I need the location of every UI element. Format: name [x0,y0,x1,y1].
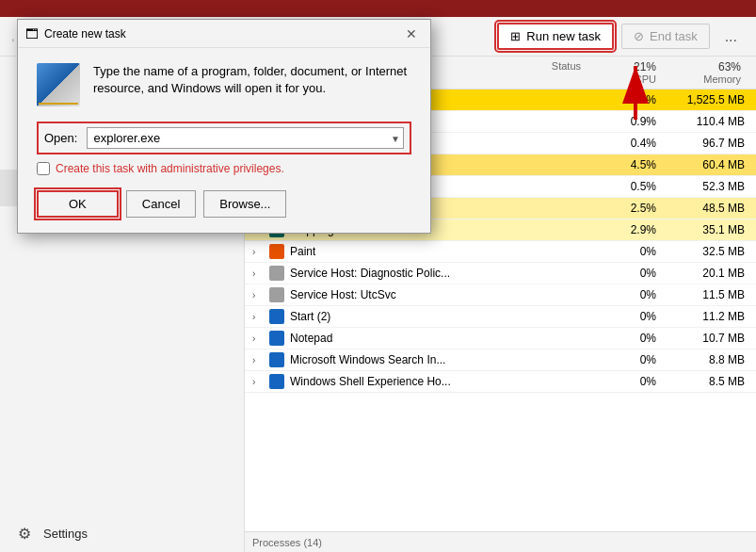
process-name: Start (2) [290,310,330,323]
dialog-image [37,63,80,106]
cell-memory: 11.5 MB [664,288,748,301]
expand-arrow-icon: › [252,268,264,279]
process-name: Service Host: Diagnostic Polic... [290,267,450,280]
admin-checkbox[interactable] [37,162,50,175]
table-row[interactable]: ›Start (2)0%11.2 MB [245,306,756,328]
expand-arrow-icon: › [252,355,264,365]
dialog-overlay: 🗔 Create new task ✕ Type the name of a p… [0,0,433,254]
table-row[interactable]: ›Notepad0%10.7 MB [245,328,756,349]
cell-memory: 32.5 MB [664,245,748,258]
cell-cpu: 0% [588,245,664,258]
process-icon [269,331,284,346]
cell-cpu: 2.5% [588,202,664,215]
cell-cpu: 0.4% [588,137,664,150]
open-label: Open: [44,131,77,145]
process-name: Microsoft Windows Search In... [290,353,445,366]
cell-cpu: 0% [588,332,664,345]
cell-memory: 10.7 MB [664,332,748,345]
end-task-icon: ⊘ [634,29,644,43]
process-name: Notepad [290,332,332,345]
process-icon [269,287,284,302]
browse-button[interactable]: Browse... [203,190,286,218]
col-status: Status [513,60,588,85]
cell-cpu: 4.5% [588,158,664,171]
dialog-close-button[interactable]: ✕ [400,24,423,43]
dialog-description: Type the name of a program, folder, docu… [93,63,411,97]
create-new-task-dialog: 🗔 Create new task ✕ Type the name of a p… [17,19,431,234]
status-text: Processes (14) [252,537,322,548]
open-input-wrapper: ▼ [87,127,404,149]
process-name: Windows Shell Experience Ho... [290,375,451,388]
more-button[interactable]: ... [717,24,745,50]
dialog-buttons: OK Cancel Browse... [37,190,411,218]
cell-cpu: 0% [588,375,664,388]
cell-memory: 8.5 MB [664,375,748,388]
expand-arrow-icon: › [252,312,264,322]
admin-label: Create this task with administrative pri… [56,162,284,175]
sidebar-item-settings[interactable]: ⚙ Settings [0,515,244,552]
dialog-title-area: 🗔 Create new task [25,26,126,41]
cell-memory: 60.4 MB [664,158,748,171]
cell-cpu: 0% [588,288,664,301]
open-input[interactable] [87,127,404,149]
cell-memory: 8.8 MB [664,353,748,366]
cell-cpu: 0% [588,267,664,280]
table-row[interactable]: ›Microsoft Windows Search In...0%8.8 MB [245,349,756,371]
expand-arrow-icon: › [252,290,264,300]
cancel-button[interactable]: Cancel [126,190,196,218]
cell-cpu: 0.5% [588,180,664,193]
process-icon [269,374,284,389]
expand-arrow-icon: › [252,333,264,344]
open-row: Open: ▼ [37,122,411,154]
cell-cpu: 0% [588,310,664,323]
dialog-top-section: Type the name of a program, folder, docu… [37,63,411,106]
expand-arrow-icon: › [252,377,264,387]
dialog-title: Create new task [44,27,126,41]
status-bar: Processes (14) [245,531,756,552]
dialog-body: Type the name of a program, folder, docu… [18,48,430,233]
ok-button[interactable]: OK [37,190,119,218]
cell-memory: 20.1 MB [664,267,748,280]
run-new-task-button[interactable]: ⊞ Run new task [497,23,614,50]
settings-icon: ⚙ [15,525,34,543]
table-row[interactable]: ›Windows Shell Experience Ho...0%8.5 MB [245,371,756,393]
table-row[interactable]: ›Service Host: Diagnostic Polic...0%20.1… [245,263,756,284]
cell-memory: 48.5 MB [664,202,748,215]
cell-cpu: 0% [588,353,664,366]
end-task-button[interactable]: ⊘ End task [621,24,710,49]
arrow-annotation [598,49,673,124]
table-row[interactable]: ›Service Host: UtcSvc0%11.5 MB [245,284,756,306]
cell-cpu: 2.9% [588,223,664,236]
admin-checkbox-row: Create this task with administrative pri… [37,162,411,175]
cell-memory: 1,525.5 MB [664,93,748,106]
run-icon: ⊞ [510,29,521,43]
cell-memory: 96.7 MB [664,137,748,150]
cell-memory: 11.2 MB [664,310,748,323]
col-memory: 63% Memory [664,60,748,85]
cell-memory: 110.4 MB [664,115,748,128]
dialog-title-icon: 🗔 [25,26,39,41]
process-name: Service Host: UtcSvc [290,288,396,301]
cell-memory: 52.3 MB [664,180,748,193]
process-icon [269,352,284,367]
process-icon [269,309,284,324]
dialog-titlebar: 🗔 Create new task ✕ [18,20,430,48]
process-icon [269,266,284,281]
dropdown-arrow-icon: ▼ [391,133,400,143]
cell-memory: 35.1 MB [664,223,748,236]
